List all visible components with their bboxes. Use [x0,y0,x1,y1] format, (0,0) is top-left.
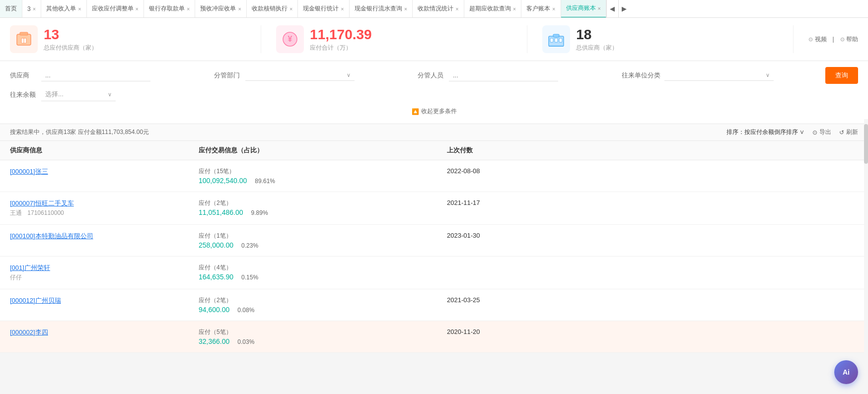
nav-tab-home-label: 首页 [5,4,17,13]
nav-next-arrow[interactable]: ▶ [618,0,630,18]
supplier-name-link-2[interactable]: [000007]恒旺二手叉车 [10,199,199,208]
close-icon[interactable]: × [33,6,36,12]
video-link[interactable]: ⊙ 视频 [808,35,826,44]
nav-tab-customer-book-label: 客户账本 [526,4,550,13]
nav-tab-bank-deposit[interactable]: 银行存取款单 × [144,0,195,18]
result-actions: 排序：按应付余额倒序排序 ∨ ⊙ 导出 ↺ 刷新 [726,128,858,136]
nav-tab-receipt-stat-label: 收款情况统计 [418,4,453,13]
close-icon[interactable]: × [238,6,241,12]
stat-total-suppliers-info: 18 总供应商（家） [576,26,618,53]
transaction-info-5: 应付（2笔） 94,600.00 0.08% [199,296,447,314]
transaction-amount-1[interactable]: 100,092,540.00 [199,177,247,185]
balance-filter: 往来余额 选择... ∨ [10,88,858,101]
close-icon[interactable]: × [598,5,601,11]
result-summary: 搜索结果中，供应商13家 应付金额111,703,854.00元 [10,128,149,136]
close-icon[interactable]: × [513,6,516,12]
chevron-down-icon: ∨ [108,91,112,98]
nav-tab-prepay-charge-label: 预收冲应收单 [200,4,236,13]
nav-tab-receipt-exec[interactable]: 收款核销执行 × [247,0,298,18]
supplier-contact-4: 仔仔 [10,273,199,282]
payable-suppliers-number: 13 [44,26,97,43]
export-icon: ⊙ [812,129,817,136]
header-links: ⊙ 视频 | ⊙ 帮助 [808,35,858,44]
nav-tab-other-income[interactable]: 其他收入单 × [41,0,86,18]
refresh-button[interactable]: ↺ 刷新 [839,128,858,136]
payable-label-5: 应付（2笔） [199,296,447,305]
supplier-name-link-5[interactable]: [000012]广州贝瑞 [10,296,199,305]
last-payment-6: 2020-11-20 [447,328,858,335]
filter-row-1: 供应商 分管部门 ∨ 分管人员 往来单位分类 ∨ 查询 [10,67,858,84]
close-icon[interactable]: × [552,6,555,12]
supplier-contact-2: 王通 17106110000 [10,209,199,217]
chevron-down-icon: ∨ [347,72,351,78]
balance-select[interactable]: 选择... ∨ [41,88,116,101]
person-input[interactable] [449,69,558,81]
table-row: [000100]本特勤油品有限公司 应付（1笔） 258,000.00 0.23… [0,225,868,257]
close-icon[interactable]: × [404,6,407,12]
supplier-info-1: [000001]张三 [10,167,199,176]
query-button[interactable]: 查询 [825,67,858,84]
nav-tab-receipt-stat[interactable]: 收款情况统计 × [413,0,464,18]
table-header-row: 供应商信息 应付交易信息（占比） 上次付数 [0,141,868,160]
supplier-name-link-4[interactable]: [001]广州荣轩 [10,263,199,272]
stat-payable-amount: ¥ 11,170.39 应付合计（万） [276,25,527,53]
supplier-info-3: [000100]本特勤油品有限公司 [10,232,199,241]
svg-rect-8 [555,38,558,42]
transaction-amount-6[interactable]: 32,366.00 [199,337,229,345]
close-icon[interactable]: × [289,6,292,12]
transaction-info-4: 应付（4笔） 164,635.90 0.15% [199,263,447,281]
transaction-amount-3[interactable]: 258,000.00 [199,241,233,249]
payable-label-3: 应付（1笔） [199,232,447,240]
supplier-info-5: [000012]广州贝瑞 [10,296,199,305]
close-icon[interactable]: × [136,6,139,12]
supplier-info-2: [000007]恒旺二手叉车 王通 17106110000 [10,199,199,217]
dept-filter: 分管部门 ∨ [214,70,408,81]
supplier-name-link-1[interactable]: [000001]张三 [10,167,199,176]
nav-prev-arrow[interactable]: ◀ [606,0,618,18]
close-icon[interactable]: × [341,6,344,12]
top-navigation: 首页 3 × 其他收入单 × 应收应付调整单 × 银行存取款单 × 预收冲应收单… [0,0,868,18]
nav-tab-3[interactable]: 3 × [22,0,41,18]
sort-label[interactable]: 排序：按应付余额倒序排序 ∨ [726,128,804,136]
transaction-amount-2[interactable]: 11,051,486.00 [199,208,243,216]
close-icon[interactable]: × [78,6,81,12]
supplier-name-link-6[interactable]: [000002]李四 [10,328,199,337]
supplier-name-link-3[interactable]: [000100]本特勤油品有限公司 [10,232,199,241]
last-payment-5: 2021-03-25 [447,296,858,304]
table-row: [000002]李四 应付（5笔） 32,366.00 0.03% 2020-1… [0,321,868,353]
transaction-amount-4[interactable]: 164,635.90 [199,273,233,281]
close-icon[interactable]: × [187,6,190,12]
category-select[interactable]: ∨ [664,70,774,81]
supplier-input[interactable] [41,69,150,81]
nav-tab-customer-book[interactable]: 客户账本 × [521,0,561,18]
separator: | [833,36,834,43]
svg-rect-7 [550,38,553,42]
collapse-button[interactable]: 🔼 收起更多条件 [406,105,463,118]
nav-tab-overdue-ar[interactable]: 超期应收款查询 × [464,0,521,18]
dept-select[interactable]: ∨ [245,70,355,81]
nav-tab-cash-stat[interactable]: 现金银行统计 × [298,0,349,18]
help-link[interactable]: ⊙ 帮助 [840,35,858,44]
close-icon[interactable]: × [455,6,458,12]
transaction-percent-1: 89.61% [255,178,275,185]
svg-rect-9 [559,38,562,42]
transaction-amount-5[interactable]: 94,600.00 [199,306,229,314]
nav-tab-bank-deposit-label: 银行存取款单 [149,4,185,13]
category-filter-label: 往来单位分类 [622,71,660,80]
total-suppliers-icon [542,25,570,53]
nav-tab-supplier-book[interactable]: 供应商账本 × [561,0,606,18]
chevron-down-icon: ∨ [766,72,770,78]
stat-total-suppliers: 18 总供应商（家） [542,25,794,53]
nav-tab-home[interactable]: 首页 [0,0,22,18]
transaction-percent-4: 0.15% [241,274,258,281]
nav-tab-3-label: 3 [27,5,31,12]
nav-tab-ar-ap-adjust[interactable]: 应收应付调整单 × [87,0,144,18]
nav-tab-prepay-charge[interactable]: 预收冲应收单 × [195,0,246,18]
person-filter-label: 分管人员 [418,71,445,80]
transaction-percent-6: 0.03% [237,338,254,345]
nav-tab-cash-flow[interactable]: 现金银行流水查询 × [350,0,413,18]
export-button[interactable]: ⊙ 导出 [812,128,831,136]
scrollbar-thumb[interactable] [864,124,868,164]
nav-tab-overdue-ar-label: 超期应收款查询 [469,4,511,13]
payable-label-2: 应付（2笔） [199,199,447,207]
